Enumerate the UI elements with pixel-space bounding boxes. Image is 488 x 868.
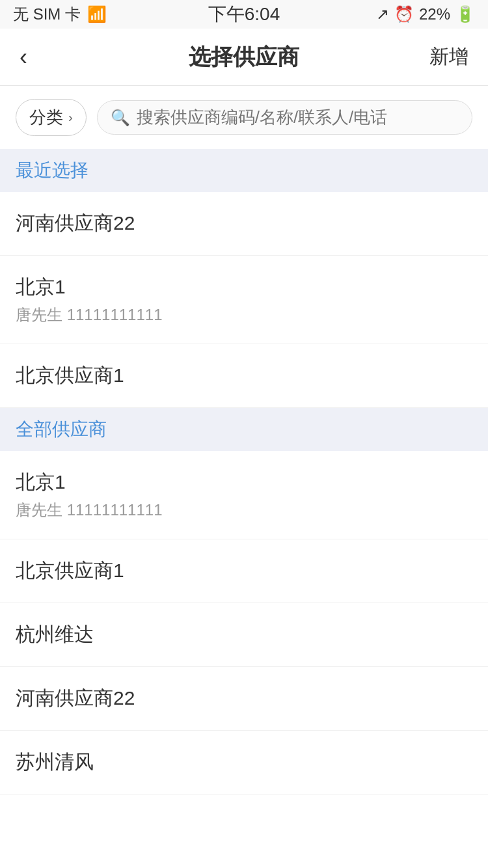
wifi-icon: 📶 [87, 5, 107, 23]
supplier-name: 河南供应商22 [16, 685, 472, 712]
section-header-recent: 最近选择 [0, 149, 488, 192]
supplier-name: 苏州清风 [16, 749, 472, 776]
category-button[interactable]: 分类 › [16, 99, 87, 136]
supplier-list: 最近选择河南供应商22北京1唐先生 11111111111北京供应商1全部供应商… [0, 149, 488, 794]
chevron-right-icon: › [68, 110, 73, 125]
supplier-name: 北京供应商1 [16, 362, 472, 389]
location-icon: ↗ [376, 5, 389, 23]
supplier-contact: 唐先生 11111111111 [16, 305, 472, 325]
sim-status: 无 SIM 卡 [13, 4, 81, 25]
add-button[interactable]: 新增 [429, 44, 468, 70]
supplier-name: 北京1 [16, 469, 472, 496]
battery-icon: 🔋 [455, 5, 475, 23]
supplier-contact: 唐先生 11111111111 [16, 500, 472, 521]
search-icon: 🔍 [111, 109, 130, 127]
list-item[interactable]: 北京1唐先生 11111111111 [0, 256, 488, 344]
status-right: ↗ ⏰ 22% 🔋 [376, 5, 475, 23]
list-item[interactable]: 苏州清风 [0, 731, 488, 794]
battery-level: 22% [419, 5, 450, 23]
category-label: 分类 [29, 106, 63, 129]
list-item[interactable]: 北京1唐先生 11111111111 [0, 451, 488, 539]
status-bar: 无 SIM 卡 📶 下午6:04 ↗ ⏰ 22% 🔋 [0, 0, 488, 29]
search-input[interactable] [137, 107, 459, 128]
list-item[interactable]: 北京供应商1 [0, 539, 488, 603]
section-header-all: 全部供应商 [0, 408, 488, 451]
status-left: 无 SIM 卡 📶 [13, 4, 107, 25]
back-button[interactable]: ‹ [20, 44, 59, 71]
status-time: 下午6:04 [208, 2, 280, 27]
list-item[interactable]: 杭州维达 [0, 603, 488, 667]
search-box[interactable]: 🔍 [97, 100, 472, 135]
supplier-name: 北京1 [16, 274, 472, 301]
list-item[interactable]: 北京供应商1 [0, 344, 488, 408]
supplier-name: 河南供应商22 [16, 210, 472, 237]
list-item[interactable]: 河南供应商22 [0, 192, 488, 256]
supplier-name: 北京供应商1 [16, 558, 472, 584]
page-title: 选择供应商 [59, 42, 429, 72]
nav-bar: ‹ 选择供应商 新增 [0, 29, 488, 86]
list-item[interactable]: 河南供应商22 [0, 667, 488, 731]
supplier-name: 杭州维达 [16, 621, 472, 648]
alarm-icon: ⏰ [394, 5, 414, 23]
filter-row: 分类 › 🔍 [0, 86, 488, 149]
